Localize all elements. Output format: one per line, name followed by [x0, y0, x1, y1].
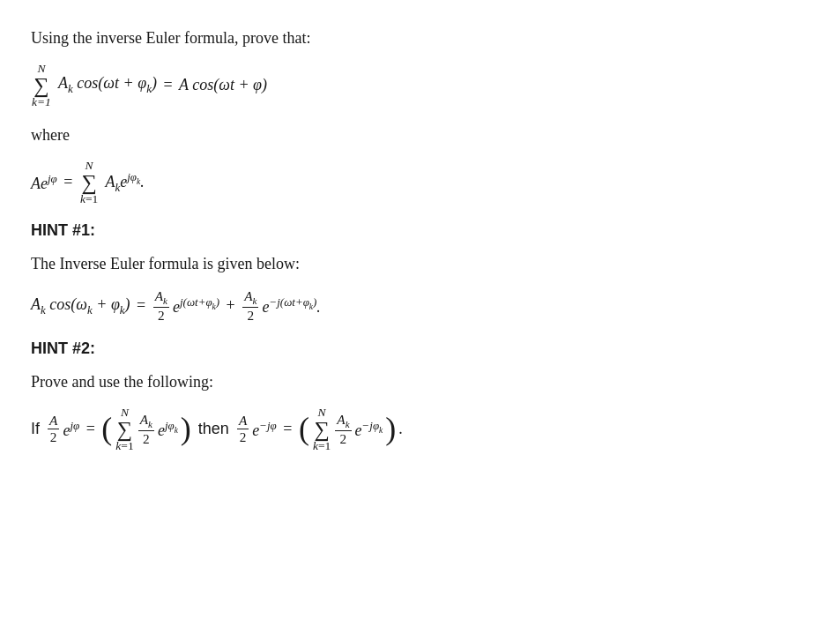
Ak-ejphik: Akejφk. [101, 170, 144, 195]
sum-symbol-1: N ∑ k=1 [31, 63, 52, 108]
frac-Ak-2-c: Ak 2 [138, 412, 154, 448]
right-paren-2: ) [385, 416, 396, 442]
frac-Ak-2-d: Ak 2 [335, 412, 351, 448]
Ak-cos-wk: Ak cos(ωk + φk) [31, 295, 130, 317]
equals-3: = [133, 296, 150, 315]
ejphi-left: ejφ [63, 419, 79, 440]
sum-2: N ∑ k=1 [80, 160, 98, 205]
Ak-1: Ak cos(ωt + φk) [55, 74, 157, 96]
frac-A-2-left: A 2 [48, 413, 59, 446]
left-paren-1: ( [101, 416, 112, 442]
frac-Ak-2-b: Ak 2 [242, 288, 258, 324]
main-content: Using the inverse Euler formula, prove t… [26, 18, 814, 477]
exp-pos: ej(ωt+φk) [173, 295, 219, 317]
equals-5: = [279, 420, 296, 438]
prove-label: Prove and use the following: [31, 373, 213, 391]
formula-3: Ak cos(ωk + φk) = Ak 2 ej(ωt+φk) + Ak 2 … [31, 288, 809, 324]
hint2-label: HINT #2: [31, 339, 809, 358]
inverse-euler-text: The Inverse Euler formula is given below… [31, 252, 809, 276]
frac-Ak-2-a: Ak 2 [153, 288, 169, 324]
formula-4: If A 2 ejφ = ( N ∑ k=1 Ak 2 ejφk ) then … [31, 406, 809, 451]
intro-text: Using the inverse Euler formula, prove t… [31, 26, 809, 50]
ejphik-left: ejφk [158, 419, 178, 440]
right-paren-1: ) [181, 416, 191, 442]
sum-4: N ∑ k=1 [313, 406, 331, 451]
where-label: where [31, 126, 70, 144]
period: . [398, 420, 403, 438]
left-paren-2: ( [299, 416, 309, 442]
prove-text: Prove and use the following: [31, 370, 809, 394]
equals-1: = [160, 76, 176, 94]
inverse-euler-label: The Inverse Euler formula is given below… [31, 255, 300, 272]
exp-neg: e−j(ωt+φk). [262, 295, 320, 317]
hint1-label: HINT #1: [31, 221, 809, 240]
A-ejphi: Aejφ [31, 172, 57, 193]
equals-2: = [60, 173, 77, 191]
e-neg-jphi: e−jφ [252, 419, 277, 440]
if-label: If [31, 420, 44, 438]
formula-2: Aejφ = N ∑ k=1 Akejφk. [31, 160, 809, 205]
then-label: then [194, 420, 234, 438]
frac-A-2-right: A 2 [237, 413, 249, 446]
equals-4: = [82, 420, 99, 438]
A-cos-1: A cos(ωt + φ) [179, 76, 267, 94]
e-neg-jphik: e−jφk [355, 419, 383, 440]
where-text: where [31, 123, 809, 147]
sum-3: N ∑ k=1 [115, 406, 133, 451]
plus-sign: + [222, 296, 239, 315]
intro-label: Using the inverse Euler formula, prove t… [31, 29, 310, 47]
formula-1: N ∑ k=1 Ak cos(ωt + φk) = A cos(ωt + φ) [31, 63, 809, 108]
